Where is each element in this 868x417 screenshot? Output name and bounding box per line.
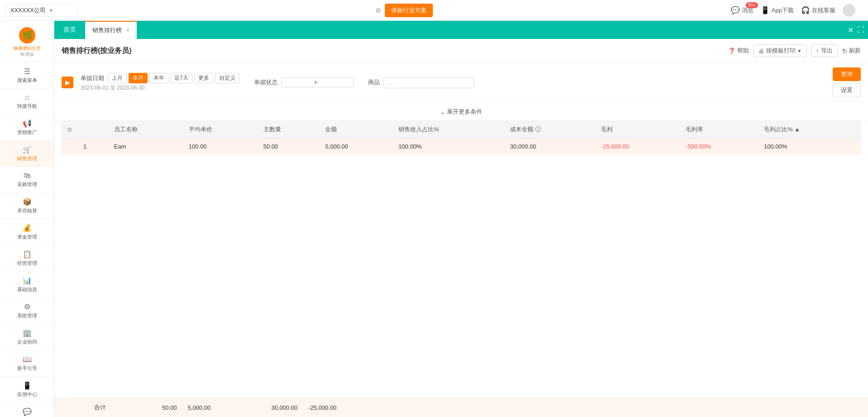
sidebar-item-apps[interactable]: 📱 应用中心 <box>0 377 54 403</box>
expand-label: 展开更多条件 <box>447 108 482 116</box>
sidebar-item-inventory[interactable]: 📦 库存核算 <box>0 193 54 219</box>
sidebar-item-enterprise[interactable]: 🏢 企业协同 <box>0 324 54 350</box>
print-label: 按模板打印 <box>766 47 796 55</box>
cell-rank: 1 <box>78 139 109 155</box>
footer-amount: 5,000.00 <box>182 403 216 413</box>
table-row: 1 Eam 100.00 50.00 5,000.00 100.00% 30,0… <box>62 139 861 155</box>
date-btn-lastmonth[interactable]: 上月 <box>108 73 127 83</box>
message-area[interactable]: 💬 消息 99+ <box>731 6 753 14</box>
date-btn-7days[interactable]: 近7天 <box>170 73 192 83</box>
finance-icon: 💰 <box>23 224 32 232</box>
goods-input[interactable]: ... <box>384 77 474 88</box>
status-select[interactable]: ▼ <box>281 77 354 87</box>
cell-amount: 5,000.00 <box>320 139 393 155</box>
mobile-icon: 📱 <box>761 6 770 14</box>
query-button[interactable]: 查询 <box>833 67 861 81</box>
purchase-icon: 🛍 <box>24 172 31 180</box>
help-button[interactable]: ❓ 帮助 <box>728 47 749 55</box>
sidebar-item-operations[interactable]: 📋 经营管理 <box>0 245 54 272</box>
chevron-down-expand-icon: ⌄ <box>440 109 445 115</box>
date-btn-thismonth[interactable]: 本月 <box>129 73 148 83</box>
sidebar-item-wechat[interactable]: 💬 企业微信 <box>0 403 54 417</box>
home-icon: ⌂ <box>25 93 29 101</box>
refresh-button[interactable]: ↻ 刷新 <box>842 47 861 55</box>
print-icon: 🖨 <box>758 48 764 54</box>
status-chevron-icon: ▼ <box>313 80 318 85</box>
export-button[interactable]: ↑ 导出 <box>811 44 838 57</box>
sidebar-item-purchase[interactable]: 🛍 采购管理 <box>0 167 54 193</box>
date-btn-custom[interactable]: 自定义 <box>215 73 240 83</box>
cell-sales-pct: 100.00% <box>393 139 504 155</box>
tab-close-button[interactable]: × <box>126 27 129 34</box>
sidebar-item-label: 搜索菜单 <box>17 77 37 84</box>
print-button[interactable]: 🖨 按模板打印 ▼ <box>753 44 807 57</box>
date-btn-more[interactable]: 更多 <box>194 73 213 83</box>
window-controls: ✕ ⛶ <box>844 21 868 39</box>
trial-button[interactable]: 体验行业方案 <box>385 4 433 17</box>
maximize-icon[interactable]: ⛶ <box>857 26 864 34</box>
col-cost: 成本全额 ⓘ <box>504 121 595 139</box>
logo-text: 畅康通好生意 <box>14 45 41 51</box>
col-amount: 全额 <box>320 121 393 139</box>
sidebar-item-label: 库存核算 <box>17 207 37 214</box>
inventory-icon: 📦 <box>23 197 32 206</box>
footer-gross: -25,000.00 <box>303 403 342 413</box>
tab-home[interactable]: 首页 <box>54 21 85 39</box>
col-gross-rate: 毛利率 <box>680 121 758 139</box>
sidebar-item-label: 新手引导 <box>17 365 37 372</box>
sidebar-item-marketing[interactable]: 📢 营销推广 <box>0 115 54 141</box>
cell-gross-pct: 100.00% <box>758 139 861 155</box>
col-avg-price: 平均单价 <box>183 121 258 139</box>
expand-more-button[interactable]: ⌄ 展开更多条件 <box>440 108 482 116</box>
company-name: XXXXXX公司 <box>10 6 46 14</box>
goods-value: ... <box>388 79 393 86</box>
sidebar-item-system[interactable]: ⚙ 系统管理 <box>0 298 54 324</box>
col-qty: 主数量 <box>258 121 320 139</box>
footer-qty: 50.00 <box>157 403 182 413</box>
marketing-icon: 📢 <box>23 119 32 128</box>
footer-label: 合计 <box>89 402 111 413</box>
sidebar-item-finance[interactable]: 💰 资金管理 <box>0 219 54 245</box>
status-label: 单据状态 <box>254 78 278 86</box>
filter-settings-button[interactable]: 设置 <box>833 83 861 97</box>
print-chevron-icon: ▼ <box>797 48 802 53</box>
company-selector[interactable]: XXXXXX公司 ▼ <box>5 4 78 17</box>
tab-sales-ranking[interactable]: 销售排行榜 × <box>85 21 137 39</box>
sidebar-item-sales[interactable]: 🛒 销售管理 <box>0 141 54 167</box>
col-sales-pct: 销售收入占比% <box>393 121 504 139</box>
app-download[interactable]: 📱 App下载 <box>761 6 794 14</box>
settings-icon[interactable]: ⚙ <box>375 7 381 14</box>
export-icon: ↑ <box>816 48 820 54</box>
operations-icon: 📋 <box>23 250 32 259</box>
sidebar-item-search[interactable]: ☰ 搜索菜单 <box>0 62 54 89</box>
tab-active-label: 销售排行榜 <box>92 26 122 34</box>
avatar[interactable] <box>843 4 855 17</box>
goods-label: 商品 <box>368 78 380 86</box>
guide-icon: 📖 <box>23 355 32 364</box>
date-btn-thisyear[interactable]: 本年 <box>149 73 168 83</box>
col-gross-pct: 毛利占比% ▲ <box>758 121 861 139</box>
export-label: 导出 <box>821 47 833 55</box>
logo-sub: 标准版 <box>20 51 34 58</box>
col-settings[interactable]: ⚙ <box>62 121 78 139</box>
sidebar-item-label: 资金管理 <box>17 234 37 240</box>
online-service[interactable]: 🎧 在线客服 <box>801 6 835 14</box>
cell-name: Eam <box>109 139 183 155</box>
sidebar-item-label: 应用中心 <box>17 391 37 398</box>
sidebar-logo: 🌿 畅康通好生意 标准版 <box>0 21 54 62</box>
sidebar-item-quicknav[interactable]: ⌂ 快捷导航 <box>0 89 54 115</box>
search-menu-icon: ☰ <box>24 67 30 76</box>
refresh-label: 刷新 <box>849 47 861 55</box>
close-window-icon[interactable]: ✕ <box>848 26 854 34</box>
system-icon: ⚙ <box>24 302 30 311</box>
sidebar-item-basicinfo[interactable]: 📊 基础信息 <box>0 272 54 298</box>
filter-collapse-btn[interactable]: ▶ <box>62 77 73 88</box>
table-footer: 合计 50.00 5,000.00 30,000.00 -25,000.00 <box>54 398 868 417</box>
sidebar-item-guide[interactable]: 📖 新手引导 <box>0 350 54 377</box>
page-title: 销售排行榜(按业务员) <box>62 46 132 56</box>
sidebar-item-label: 企业协同 <box>17 339 37 345</box>
logo-icon: 🌿 <box>19 27 35 43</box>
cell-gross: -25,000.00 <box>595 139 680 155</box>
date-range: 2023-06-01 至 2023-06-30 <box>81 84 240 92</box>
sidebar-item-label: 采购管理 <box>17 181 37 188</box>
